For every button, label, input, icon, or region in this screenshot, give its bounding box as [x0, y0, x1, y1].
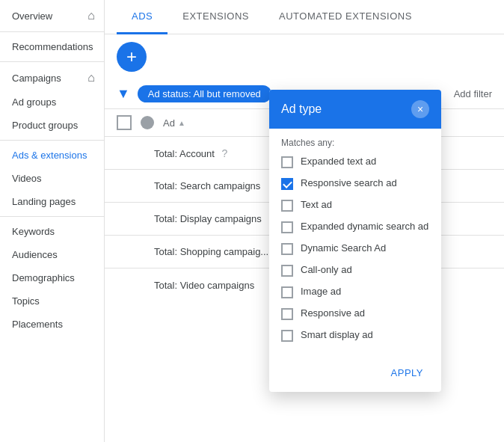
- modal-footer: APPLY: [269, 357, 441, 392]
- sidebar-item-landing-pages[interactable]: Landing pages: [0, 190, 104, 213]
- checkbox-text-ad[interactable]: [281, 200, 293, 212]
- ad-column-header: Ad ▲: [163, 117, 185, 129]
- sidebar-item-product-groups[interactable]: Product groups: [0, 114, 104, 137]
- sidebar-item-demographics[interactable]: Demographics: [0, 266, 104, 289]
- sidebar-item-topics[interactable]: Topics: [0, 289, 104, 313]
- sidebar-item-keywords[interactable]: Keywords: [0, 220, 104, 243]
- sidebar-divider-2: [0, 61, 104, 62]
- checkbox-expanded-dynamic-search-ad[interactable]: [281, 221, 293, 233]
- question-icon[interactable]: ?: [222, 147, 228, 159]
- filter-icon: ▼: [117, 86, 130, 102]
- option-label: Smart display ad: [301, 329, 373, 342]
- modal-header: Ad type ×: [269, 90, 441, 129]
- checkbox-image-ad[interactable]: [281, 286, 293, 298]
- modal-body: Matches any: Expanded text ad Responsive…: [269, 129, 441, 357]
- sidebar-item-ads-extensions[interactable]: Ads & extensions: [0, 144, 104, 167]
- sidebar-item-ad-groups[interactable]: Ad groups: [0, 90, 104, 114]
- option-responsive-search-ad[interactable]: Responsive search ad: [281, 177, 435, 190]
- tab-extensions[interactable]: EXTENSIONS: [168, 0, 264, 34]
- sidebar-item-videos[interactable]: Videos: [0, 167, 104, 190]
- apply-button[interactable]: APPLY: [385, 363, 429, 383]
- option-label: Expanded text ad: [301, 156, 376, 168]
- row-label: Total: Search campaigns: [117, 180, 260, 191]
- option-label: Image ad: [301, 286, 341, 298]
- tabs-bar: ADS EXTENSIONS AUTOMATED EXTENSIONS: [105, 0, 504, 34]
- tab-automated-extensions[interactable]: AUTOMATED EXTENSIONS: [264, 0, 427, 34]
- sort-arrow-icon[interactable]: ▲: [178, 119, 185, 127]
- option-dynamic-search-ad[interactable]: Dynamic Search Ad: [281, 242, 435, 255]
- option-label: Call-only ad: [301, 264, 352, 277]
- status-column-icon: [141, 116, 154, 129]
- checkbox-expanded-text-ad[interactable]: [281, 156, 293, 168]
- sidebar-item-overview[interactable]: Overview ⌂: [0, 3, 104, 28]
- checkbox-responsive-ad[interactable]: [281, 308, 293, 320]
- sidebar-item-audiences[interactable]: Audiences: [0, 243, 104, 266]
- checkbox-call-only-ad[interactable]: [281, 265, 293, 277]
- option-label: Responsive ad: [301, 307, 365, 320]
- add-filter-button[interactable]: Add filter: [454, 88, 492, 99]
- sidebar-item-placements[interactable]: Placements: [0, 313, 104, 336]
- checkbox-smart-display-ad[interactable]: [281, 330, 293, 342]
- checkbox-responsive-search-ad[interactable]: [281, 178, 293, 190]
- modal-title: Ad type: [281, 102, 322, 116]
- tab-ads[interactable]: ADS: [117, 0, 168, 34]
- checkbox-dynamic-search-ad[interactable]: [281, 243, 293, 255]
- option-expanded-text-ad[interactable]: Expanded text ad: [281, 156, 435, 168]
- option-call-only-ad[interactable]: Call-only ad: [281, 264, 435, 277]
- row-label: Total: Account ?: [117, 147, 227, 159]
- sidebar: Overview ⌂ Recommendations Campaigns ⌂ A…: [0, 0, 105, 442]
- ad-type-modal: Ad type × Matches any: Expanded text ad …: [269, 90, 441, 392]
- sidebar-item-campaigns[interactable]: Campaigns ⌂: [0, 65, 104, 90]
- main-content: ADS EXTENSIONS AUTOMATED EXTENSIONS + ▼ …: [105, 0, 504, 442]
- option-smart-display-ad[interactable]: Smart display ad: [281, 329, 435, 342]
- select-all-checkbox[interactable]: [117, 115, 132, 130]
- row-label: Total: Video campaigns: [117, 280, 254, 291]
- home-icon: ⌂: [87, 9, 95, 22]
- matches-any-label: Matches any:: [281, 138, 435, 148]
- sidebar-divider-1: [0, 31, 104, 32]
- toolbar: +: [105, 34, 504, 79]
- sidebar-divider-3: [0, 140, 104, 141]
- option-label: Responsive search ad: [301, 177, 397, 190]
- modal-close-button[interactable]: ×: [411, 100, 429, 118]
- status-filter-chip[interactable]: Ad status: All but removed: [138, 85, 271, 102]
- sidebar-item-recommendations[interactable]: Recommendations: [0, 35, 104, 58]
- option-text-ad[interactable]: Text ad: [281, 199, 435, 212]
- sidebar-divider-4: [0, 216, 104, 217]
- option-image-ad[interactable]: Image ad: [281, 286, 435, 298]
- add-button[interactable]: +: [117, 42, 147, 72]
- row-label: Total: Display campaigns: [117, 213, 262, 224]
- option-label: Expanded dynamic search ad: [301, 221, 428, 233]
- option-label: Dynamic Search Ad: [301, 242, 386, 255]
- option-label: Text ad: [301, 199, 332, 212]
- home-icon-campaigns: ⌂: [87, 71, 95, 85]
- option-responsive-ad[interactable]: Responsive ad: [281, 307, 435, 320]
- row-label: Total: Shopping campaig...: [117, 246, 268, 257]
- option-expanded-dynamic-search-ad[interactable]: Expanded dynamic search ad: [281, 221, 435, 233]
